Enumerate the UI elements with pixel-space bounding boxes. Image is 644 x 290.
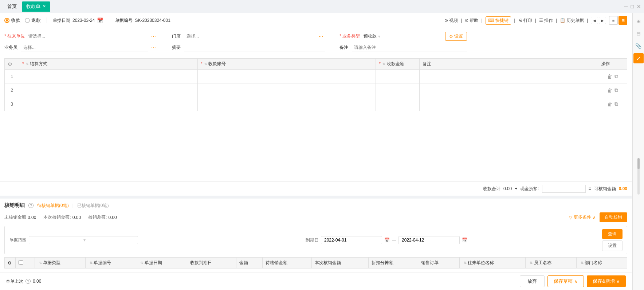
range-dropdown-icon: ▾ <box>83 238 135 243</box>
minimize-icon[interactable]: ─ <box>624 4 628 9</box>
receipt-amount-input-2[interactable] <box>376 83 419 97</box>
from-date-input[interactable] <box>321 236 382 244</box>
settings-button-2[interactable]: 设置 <box>602 240 623 251</box>
copy-icon-1[interactable]: ⧉ <box>614 73 618 79</box>
receipt-account-input-3[interactable] <box>198 97 376 111</box>
note-input-1[interactable] <box>420 70 598 83</box>
delete-icon-3[interactable]: 🗑 <box>607 101 612 107</box>
list-view-icon[interactable]: ≡ <box>609 16 618 25</box>
history-btn[interactable]: 📋 历史单据 <box>560 17 584 24</box>
scrollbar-thumb[interactable] <box>637 158 640 169</box>
copy-icon-2[interactable]: ⧉ <box>614 87 618 93</box>
receipt-account-cell-2[interactable] <box>197 83 376 97</box>
memo-field: 摘要 <box>172 44 325 51</box>
delete-icon-2[interactable]: 🗑 <box>607 87 612 93</box>
sidebar-print-icon[interactable]: ⊟ <box>633 28 644 39</box>
receipt-amount-cell-1[interactable] <box>376 70 420 83</box>
delete-icon-1[interactable]: 🗑 <box>607 74 612 79</box>
receipt-refund-toggle: 收款 退款 <box>4 17 41 24</box>
footer-info-icon[interactable]: ? <box>25 279 31 284</box>
range-select[interactable]: ▾ <box>29 236 138 244</box>
save-new-button[interactable]: 保存&新增 ∧ <box>587 275 626 287</box>
receipt-account-cell-3[interactable] <box>197 97 376 111</box>
receipt-table-section: ⚙ ⇅ 结算方式 ⇅ 收款账号 ⇅ 收款金额 备注 <box>0 58 632 181</box>
writeoff-stats: 未核销金额 0.00 本次核销金额: 0.00 核销差额: 0.00 ▽ 更多条… <box>4 212 627 222</box>
staff-more-icon[interactable]: ··· <box>150 44 157 51</box>
auto-writeoff-btn[interactable]: 自动核销 <box>600 212 627 222</box>
sidebar-expand-icon[interactable]: ⤢ <box>633 53 644 63</box>
staff-input[interactable] <box>21 44 148 51</box>
shortcut-btn[interactable]: ⌨ 快捷键 <box>486 16 511 25</box>
close-icon[interactable]: ✕ <box>637 4 641 9</box>
done-tab-link[interactable]: 已核销单据(0笔) <box>77 203 109 209</box>
biz-type-select[interactable]: 预收款 ▾ <box>364 33 444 39</box>
print-btn[interactable]: 🖨 打印 <box>518 17 532 24</box>
calendar-icon-to[interactable]: 📅 <box>462 238 467 243</box>
help-icon: ⊙ <box>465 18 468 23</box>
unchecked-label: 未核销金额 <box>4 214 26 220</box>
maximize-icon[interactable]: □ <box>631 4 634 9</box>
sidebar-attach-icon[interactable]: 📎 <box>633 41 644 51</box>
receipt-account-input-1[interactable] <box>198 70 376 83</box>
prev-arrow[interactable]: ◀ <box>591 17 598 24</box>
col-receipt-due-label: 收款到期日 <box>190 260 212 265</box>
next-arrow[interactable]: ▶ <box>599 17 606 24</box>
receipt-amount-cell-2[interactable] <box>376 83 420 97</box>
refund-radio[interactable]: 退款 <box>25 17 41 24</box>
abandon-button[interactable]: 放弃 <box>520 275 545 287</box>
operation-btn[interactable]: ☰ 操作 <box>539 17 553 24</box>
settings-button[interactable]: ⚙ 设置 <box>445 32 467 41</box>
receipt-amount-input-1[interactable] <box>376 70 419 83</box>
copy-icon-3[interactable]: ⧉ <box>614 101 618 107</box>
table-gear-icon[interactable]: ⚙ <box>8 61 12 67</box>
writeoff-title: 核销明细 <box>4 202 25 209</box>
store-input[interactable] <box>184 32 316 40</box>
tab-close-icon[interactable]: ✕ <box>43 4 46 9</box>
help-btn[interactable]: ⊙ 帮助 <box>465 17 478 24</box>
video-btn[interactable]: ⊙ 视频 <box>444 17 458 24</box>
nav-arrows: ◀ ▶ <box>591 17 606 24</box>
calendar-icon-from[interactable]: 📅 <box>384 238 390 243</box>
note-input[interactable] <box>352 44 467 51</box>
date-range-dash: — <box>392 238 396 243</box>
order-prefix-label: 本单上次 <box>6 278 23 285</box>
note-input-2[interactable] <box>420 83 598 97</box>
settle-method-cell-1[interactable] <box>19 70 198 83</box>
more-conditions-btn[interactable]: ▽ 更多条件 ∧ <box>569 214 596 220</box>
to-date-input[interactable] <box>398 236 460 244</box>
draft-button[interactable]: 保存草稿 ∧ <box>547 275 584 287</box>
pending-tab-link[interactable]: 待核销单据(0笔) <box>37 203 69 209</box>
table-gear-icon-2[interactable]: ⚙ <box>8 260 12 266</box>
tab-home[interactable]: 首页 <box>3 1 21 12</box>
sidebar-table-icon[interactable]: ⊞ <box>633 16 644 26</box>
store-more-icon[interactable]: ··· <box>317 33 325 40</box>
note-cell-3[interactable] <box>420 97 598 111</box>
discount-input[interactable] <box>542 185 586 193</box>
note-input-3[interactable] <box>420 97 598 111</box>
sort-icon-dept: ⇅ <box>581 261 584 265</box>
receipt-radio[interactable]: 收款 <box>4 17 20 24</box>
select-all-checkbox[interactable] <box>19 260 23 265</box>
receipt-account-input-2[interactable] <box>198 83 376 97</box>
note-cell-1[interactable] <box>420 70 598 83</box>
memo-input[interactable] <box>184 44 325 51</box>
receipt-account-cell-1[interactable] <box>197 70 376 83</box>
note-cell-2[interactable] <box>420 83 598 97</box>
partner-input[interactable] <box>26 32 148 40</box>
settle-method-input-3[interactable] <box>19 97 197 111</box>
shortcut-label: 快捷键 <box>495 17 508 24</box>
receipt-amount-input-3[interactable] <box>376 97 419 111</box>
writeoff-info-icon[interactable]: ? <box>28 203 34 208</box>
settle-method-input-1[interactable] <box>19 70 197 83</box>
receipt-table: ⚙ ⇅ 结算方式 ⇅ 收款账号 ⇅ 收款金额 备注 <box>4 58 627 111</box>
date-calendar-icon[interactable]: 📅 <box>97 17 103 23</box>
grid-view-icon[interactable]: ⊞ <box>619 16 627 25</box>
tab-receipt[interactable]: 收款单 ✕ <box>22 1 50 12</box>
settle-method-input-2[interactable] <box>19 83 197 97</box>
receipt-amount-cell-3[interactable] <box>376 97 420 111</box>
settle-method-cell-3[interactable] <box>19 97 198 111</box>
partner-more-icon[interactable]: ··· <box>150 33 157 40</box>
query-button[interactable]: 查询 <box>602 229 623 239</box>
separator-1: | <box>461 18 462 23</box>
settle-method-cell-2[interactable] <box>19 83 198 97</box>
